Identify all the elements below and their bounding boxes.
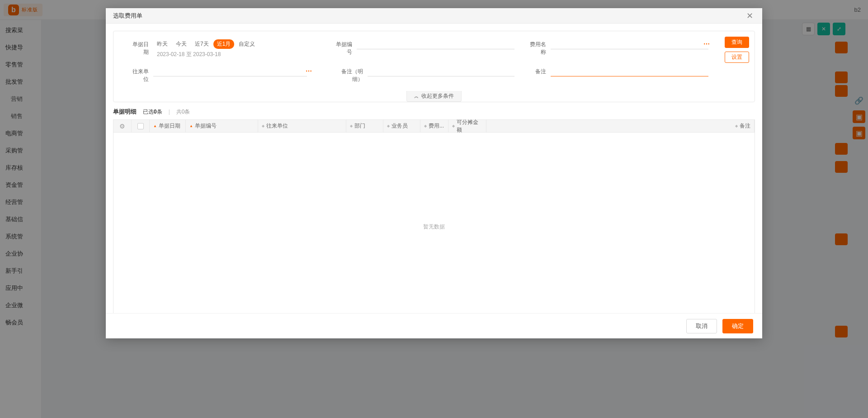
collapse-label: 收起更多条件 bbox=[421, 92, 454, 100]
modal-title: 选取费用单 bbox=[113, 12, 142, 20]
sort-icon: ◆ bbox=[735, 125, 738, 127]
date-tabs: 昨天 今天 近7天 近1月 自定义 bbox=[153, 39, 321, 49]
col-code[interactable]: ▲单据编号 bbox=[186, 120, 258, 133]
col-remark[interactable]: ◆备注 bbox=[486, 120, 755, 133]
select-all-checkbox[interactable] bbox=[137, 123, 144, 129]
remark-label: 备注 bbox=[525, 66, 551, 76]
separator: | bbox=[169, 109, 170, 115]
table: ⚙ ▲单据日期 ▲单据编号 ◆往来单位 ◆部门 ◆业务员 ◆费用... ◆可分摊… bbox=[113, 119, 755, 313]
date-tab-custom[interactable]: 自定义 bbox=[235, 39, 259, 49]
unit-label: 往来单位 bbox=[128, 66, 153, 83]
date-tab-1month[interactable]: 近1月 bbox=[213, 39, 235, 49]
modal-header: 选取费用单 ✕ bbox=[106, 8, 762, 24]
sort-icon: ◆ bbox=[452, 125, 455, 127]
remark-input[interactable] bbox=[551, 66, 708, 76]
col-staff[interactable]: ◆业务员 bbox=[383, 120, 420, 133]
date-range-text: 2023-02-18 至 2023-03-18 bbox=[153, 51, 321, 58]
col-date[interactable]: ▲单据日期 bbox=[150, 120, 186, 133]
code-label: 单据编号 bbox=[331, 39, 357, 56]
unit-input[interactable] bbox=[153, 66, 307, 76]
date-label: 单据日期 bbox=[128, 39, 153, 56]
remark-detail-label: 备注（明细） bbox=[331, 66, 368, 83]
modal-body: 查询 设置 单据日期 昨天 今天 近7天 近1月 自定义 bbox=[106, 24, 762, 313]
more-icon[interactable]: ⋯ bbox=[306, 67, 312, 75]
col-dept[interactable]: ◆部门 bbox=[346, 120, 383, 133]
table-header: ⚙ ▲单据日期 ▲单据编号 ◆往来单位 ◆部门 ◆业务员 ◆费用... ◆可分摊… bbox=[113, 120, 755, 133]
gear-icon: ⚙ bbox=[119, 123, 125, 130]
filter-panel: 查询 设置 单据日期 昨天 今天 近7天 近1月 自定义 bbox=[113, 31, 755, 102]
close-icon[interactable]: ✕ bbox=[745, 11, 755, 21]
detail-header: 单据明细 已选0条 | 共0条 bbox=[113, 108, 755, 116]
sort-icon: ◆ bbox=[387, 125, 390, 127]
modal-footer: 取消 确定 bbox=[106, 313, 762, 338]
name-input[interactable] bbox=[551, 39, 708, 49]
date-tab-7days[interactable]: 近7天 bbox=[191, 39, 212, 49]
modal-overlay: 选取费用单 ✕ 查询 设置 单据日期 昨天 今天 近7天 bbox=[0, 0, 868, 418]
sort-icon: ◆ bbox=[424, 125, 427, 127]
settings-button[interactable]: 设置 bbox=[725, 52, 749, 63]
sort-icon: ◆ bbox=[350, 125, 353, 127]
col-unit[interactable]: ◆往来单位 bbox=[258, 120, 346, 133]
more-icon[interactable]: ⋯ bbox=[703, 40, 710, 48]
collapse-filters-button[interactable]: ︽ 收起更多条件 bbox=[406, 91, 462, 102]
select-expense-modal: 选取费用单 ✕ 查询 设置 单据日期 昨天 今天 近7天 bbox=[106, 8, 762, 338]
ok-button[interactable]: 确定 bbox=[722, 319, 753, 333]
sort-icon: ◆ bbox=[262, 125, 264, 127]
cancel-button[interactable]: 取消 bbox=[686, 319, 717, 333]
filter-actions: 查询 设置 bbox=[725, 37, 749, 63]
chevron-up-icon: ︽ bbox=[414, 93, 419, 100]
date-control: 昨天 今天 近7天 近1月 自定义 2023-02-18 至 2023-03-1… bbox=[153, 39, 321, 58]
sort-icon: ▲ bbox=[189, 125, 193, 127]
empty-state: 暂无数据 bbox=[113, 133, 755, 313]
col-amount[interactable]: ◆可分摊金额 bbox=[448, 120, 486, 133]
total-count: 共0条 bbox=[176, 108, 190, 116]
date-tab-today[interactable]: 今天 bbox=[172, 39, 190, 49]
date-tab-yesterday[interactable]: 昨天 bbox=[153, 39, 171, 49]
selected-count: 已选0条 bbox=[143, 108, 162, 116]
query-button[interactable]: 查询 bbox=[725, 37, 749, 48]
sort-icon: ▲ bbox=[153, 125, 157, 127]
name-label: 费用名称 bbox=[525, 39, 551, 56]
col-fee[interactable]: ◆费用... bbox=[420, 120, 448, 133]
remark-detail-input[interactable] bbox=[368, 66, 514, 76]
checkbox-column bbox=[132, 120, 150, 133]
detail-title: 单据明细 bbox=[113, 108, 137, 116]
gear-column[interactable]: ⚙ bbox=[113, 120, 132, 133]
code-input[interactable] bbox=[357, 39, 514, 49]
